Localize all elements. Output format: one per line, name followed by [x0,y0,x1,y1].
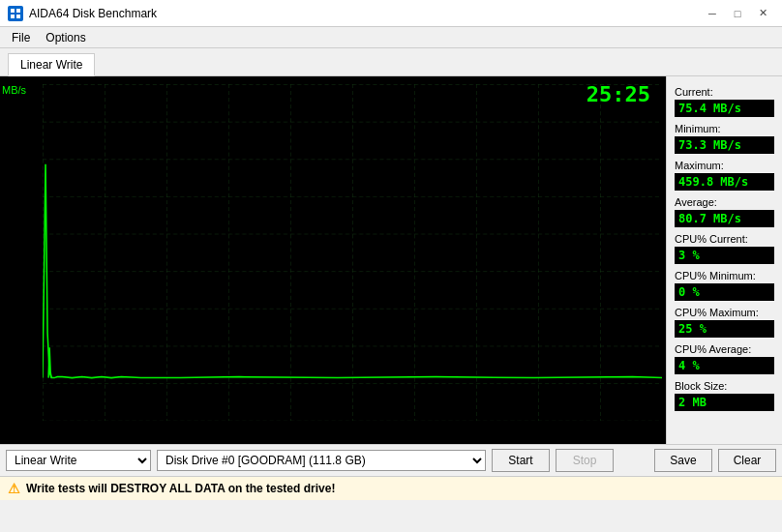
cpu-average-value: 4 % [675,357,774,374]
warning-icon: ⚠ [8,481,20,496]
blocksize-value: 2 MB [675,394,774,411]
cpu-average-label: CPU% Average: [675,343,774,355]
svg-rect-2 [11,15,15,18]
cpu-minimum-value: 0 % [675,283,774,301]
svg-rect-0 [11,9,15,13]
svg-rect-3 [16,15,20,18]
tab-bar: Linear Write [0,48,782,76]
yaxis-label: MB/s [2,84,26,96]
svg-rect-8 [43,84,662,421]
minimize-button[interactable]: ─ [701,5,724,22]
stats-panel: Current: 75.4 MB/s Minimum: 73.3 MB/s Ma… [666,76,782,444]
svg-rect-1 [16,9,20,13]
menu-bar: File Options [0,27,782,48]
minimum-label: Minimum: [675,123,774,134]
maximum-label: Maximum: [675,160,774,171]
title-bar-controls: ─ □ ✕ [701,5,774,22]
cpu-maximum-label: CPU% Maximum: [675,307,774,318]
chart-timer: 25:25 [586,82,650,106]
save-button[interactable]: Save [654,449,712,472]
maximize-button[interactable]: □ [726,5,749,22]
maximum-value: 459.8 MB/s [675,173,774,191]
tab-linear-write[interactable]: Linear Write [8,53,95,76]
menu-options[interactable]: Options [38,29,93,46]
drive-select[interactable]: Disk Drive #0 [GOODRAM] (111.8 GB) [157,450,486,471]
app-icon [8,6,23,21]
stop-button[interactable]: Stop [556,449,614,472]
blocksize-label: Block Size: [675,380,774,392]
cpu-current-label: CPU% Current: [675,233,774,245]
clear-button[interactable]: Clear [718,449,776,472]
average-label: Average: [675,196,774,208]
title-bar: AIDA64 Disk Benchmark ─ □ ✕ [0,0,782,27]
warning-text: Write tests will DESTROY ALL DATA on the… [26,482,335,495]
bottom-controls: Linear Write Disk Drive #0 [GOODRAM] (11… [0,444,782,476]
current-label: Current: [675,86,774,98]
warning-bar: ⚠ Write tests will DESTROY ALL DATA on t… [0,476,782,500]
title-bar-left: AIDA64 Disk Benchmark [8,6,157,21]
average-value: 80.7 MB/s [675,210,774,227]
close-button[interactable]: ✕ [751,5,774,22]
test-select[interactable]: Linear Write [6,450,151,471]
app-title: AIDA64 Disk Benchmark [29,7,157,20]
current-value: 75.4 MB/s [675,100,774,117]
chart-svg: 540 480 420 360 300 240 180 120 60 10 20… [43,84,662,421]
start-button[interactable]: Start [492,449,550,472]
main-content: 25:25 MB/s 540 480 420 360 300 [0,76,782,444]
menu-file[interactable]: File [4,29,38,46]
cpu-current-value: 3 % [675,247,774,264]
minimum-value: 73.3 MB/s [675,136,774,154]
cpu-maximum-value: 25 % [675,320,774,338]
chart-area: 25:25 MB/s 540 480 420 360 300 [0,76,666,444]
cpu-minimum-label: CPU% Minimum: [675,270,774,281]
